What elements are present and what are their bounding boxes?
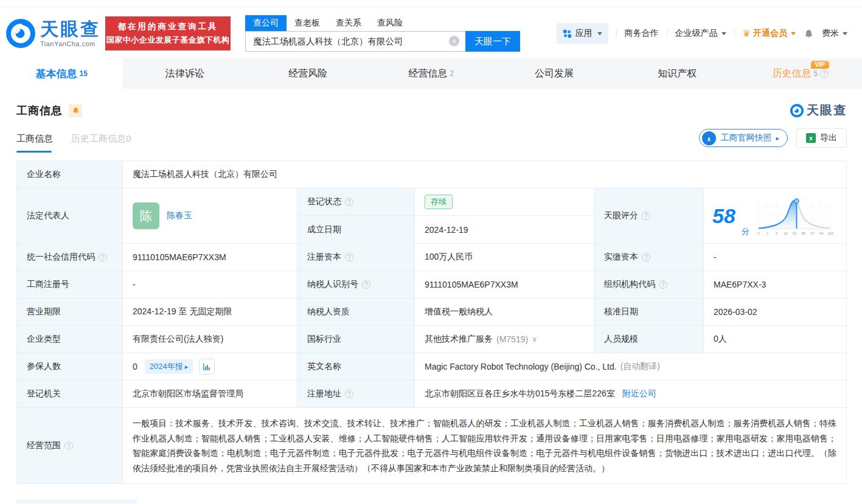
table-row: 参保人数 0 2024年报 ▸ 英文名称 Magic Factory Robot… bbox=[17, 353, 846, 381]
insured-label: 参保人数 bbox=[17, 353, 122, 380]
tab-operating-info[interactable]: 经营信息 2 bbox=[369, 58, 492, 89]
search-input[interactable] bbox=[245, 31, 465, 52]
tab-operating-risk[interactable]: 经营风险 bbox=[246, 58, 369, 89]
svg-text:0: 0 bbox=[757, 232, 760, 235]
establish-date-label: 成立日期 bbox=[297, 216, 414, 243]
tab-company-development[interactable]: 公司发展 bbox=[493, 58, 616, 89]
tianyancha-logo-icon bbox=[6, 19, 35, 48]
company-name-label: 企业名称 bbox=[17, 161, 122, 188]
label-text: 注册资本 bbox=[307, 252, 341, 263]
search-tab-relation[interactable]: 查关系 bbox=[328, 15, 369, 31]
top-divider bbox=[0, 7, 862, 7]
establish-date-value: 2024-12-19 bbox=[414, 216, 594, 243]
english-name-label: 英文名称 bbox=[297, 353, 414, 380]
business-term-value: 2024-12-19 至 无固定期限 bbox=[122, 299, 297, 325]
label-text: 实缴资本 bbox=[604, 252, 638, 263]
notification-bell[interactable] bbox=[804, 29, 814, 39]
tab-label: 历史信息 bbox=[772, 67, 811, 80]
insured-trend-button[interactable] bbox=[199, 359, 215, 375]
address-text: 北京市朝阳区豆各庄乡水牛坊015号东楼二层226室 bbox=[425, 388, 615, 399]
search-area: 查公司 查老板 查关系 查风险 × 天眼一下 bbox=[245, 15, 520, 52]
apps-menu[interactable]: 应用 bbox=[557, 23, 608, 44]
help-icon[interactable]: ? bbox=[659, 280, 667, 289]
industry-label: 国标行业 bbox=[297, 326, 414, 353]
score-unit: 分 bbox=[742, 226, 749, 241]
nav-enterprise-products[interactable]: 企业级产品 bbox=[675, 28, 726, 39]
search-tabs: 查公司 查老板 查关系 查风险 bbox=[245, 15, 520, 31]
help-icon[interactable]: ? bbox=[642, 253, 650, 261]
org-code-label: 组织机构代码 ? bbox=[594, 271, 703, 298]
taxpayer-id-value: 91110105MAE6P7XX3M bbox=[414, 271, 594, 298]
help-icon[interactable]: ? bbox=[642, 212, 650, 220]
tab-label: 基本信息 bbox=[36, 67, 77, 81]
tab-count: 2 bbox=[450, 69, 454, 78]
label-text: 纳税人识别号 bbox=[307, 279, 358, 290]
legal-rep-label: 法定代表人 bbox=[17, 188, 122, 243]
reg-status-label: 登记状态 ? bbox=[297, 188, 414, 216]
tab-legal-litigation[interactable]: 法律诉讼 bbox=[123, 58, 246, 89]
taxpayer-id-label: 纳税人识别号 ? bbox=[297, 271, 414, 298]
search-tab-risk[interactable]: 查风险 bbox=[369, 15, 411, 31]
help-icon[interactable]: ? bbox=[362, 280, 370, 289]
search-tab-company[interactable]: 查公司 bbox=[245, 15, 287, 31]
table-row: 营业期限 2024-12-19 至 无固定期限 纳税人资质 增值税一般纳税人 核… bbox=[17, 299, 846, 326]
official-snapshot-button[interactable]: 工商官网快照 ▸ bbox=[699, 129, 788, 147]
nav-open-vip[interactable]: ♛ 开通会员 bbox=[743, 28, 796, 39]
table-row: 工商注册号 - 纳税人识别号 ? 91110105MAE6P7XX3M 组织机构… bbox=[17, 271, 846, 299]
clear-icon[interactable]: × bbox=[449, 36, 459, 46]
nav-cooperation[interactable]: 商务合作 bbox=[625, 28, 659, 39]
annual-report-badge[interactable]: 2024年报 ▸ bbox=[145, 359, 193, 374]
company-type-value: 有限责任公司(法人独资) bbox=[122, 326, 297, 353]
industry-code: (M7519) bbox=[496, 334, 528, 344]
subtab-history-business-info[interactable]: 历史工商信息0 bbox=[71, 133, 131, 153]
chevron-down-icon[interactable]: ∨ bbox=[532, 335, 537, 343]
credit-code-value: 91110105MAE6P7XX3M bbox=[122, 244, 297, 271]
industry-value[interactable]: 其他技术推广服务 (M7519) ∨ bbox=[414, 326, 594, 353]
slogan-banner: 都在用的商业查询工具 国家中小企业发展子基金旗下机构 bbox=[105, 16, 231, 50]
paid-capital-value: - bbox=[703, 244, 846, 271]
table-row: 经营范围 ? 一般项目：技术服务、技术开发、技术咨询、技术交流、技术转让、技术推… bbox=[17, 408, 846, 483]
help-icon[interactable]: ? bbox=[820, 69, 829, 78]
help-icon[interactable]: ? bbox=[345, 198, 353, 206]
paid-capital-label: 实缴资本 ? bbox=[594, 244, 703, 271]
score-value[interactable]: 58 分 bbox=[703, 188, 846, 243]
monitor-bell-button[interactable] bbox=[69, 104, 82, 117]
tianyancha-watermark: 天眼查 bbox=[790, 102, 847, 119]
reg-capital-value: 100万人民币 bbox=[414, 244, 594, 271]
app-grid-icon bbox=[563, 29, 572, 38]
slogan-line2: 国家中小企业发展子基金旗下机构 bbox=[106, 35, 230, 46]
business-info-table: 企业名称 魔法工场机器人科技（北京）有限公司 法定代表人 陈 陈春玉 登记状态 … bbox=[16, 161, 847, 484]
search-tab-boss[interactable]: 查老板 bbox=[287, 15, 328, 31]
tab-label: 经营风险 bbox=[288, 67, 327, 80]
help-icon[interactable]: ? bbox=[345, 253, 353, 261]
avatar[interactable]: 陈 bbox=[133, 202, 159, 229]
user-name: 费米 bbox=[822, 28, 839, 39]
export-button[interactable]: x 导出 bbox=[796, 128, 847, 148]
help-icon[interactable]: ? bbox=[345, 390, 353, 398]
tab-basic-info[interactable]: 基本信息 15 bbox=[0, 58, 123, 89]
business-scope-label: 经营范围 ? bbox=[17, 408, 122, 483]
svg-text:100: 100 bbox=[827, 232, 834, 235]
divider bbox=[616, 29, 617, 38]
vip-badge: VIP bbox=[811, 61, 829, 69]
tab-intellectual-property[interactable]: 知识产权 bbox=[616, 58, 739, 89]
subtab-business-info[interactable]: 工商信息 bbox=[16, 133, 53, 153]
apps-label: 应用 bbox=[575, 28, 593, 39]
english-name-text: Magic Factory Robot Technology (Beijing)… bbox=[425, 362, 617, 371]
score-number: 58 bbox=[712, 204, 735, 228]
tianyancha-logo[interactable]: 天眼查 TianYanCha.com bbox=[6, 19, 100, 48]
enterprise-label: 企业级产品 bbox=[675, 28, 718, 39]
user-menu[interactable]: 费米 bbox=[822, 28, 847, 39]
nearby-companies-link[interactable]: 附近公司 bbox=[622, 388, 656, 399]
company-nav-tabs: 基本信息 15 法律诉讼 经营风险 经营信息 2 公司发展 知识产权 VIP 历… bbox=[0, 58, 862, 89]
tab-label: 法律诉讼 bbox=[165, 67, 204, 80]
help-icon[interactable]: ? bbox=[64, 441, 73, 450]
tab-history-info[interactable]: VIP 历史信息 5 ? bbox=[739, 58, 862, 89]
annual-report-label: 2024年报 bbox=[150, 361, 183, 372]
help-icon[interactable]: ? bbox=[99, 253, 107, 261]
search-button[interactable]: 天眼一下 bbox=[465, 31, 520, 52]
insured-value: 0 2024年报 ▸ bbox=[122, 353, 297, 380]
table-row: 登记机关 北京市朝阳区市场监督管理局 注册地址 ? 北京市朝阳区豆各庄乡水牛坊0… bbox=[17, 381, 846, 408]
legal-rep-link[interactable]: 陈春玉 bbox=[167, 210, 192, 221]
subtab-row: 工商信息 历史工商信息0 工商官网快照 ▸ x 导出 bbox=[0, 119, 862, 153]
